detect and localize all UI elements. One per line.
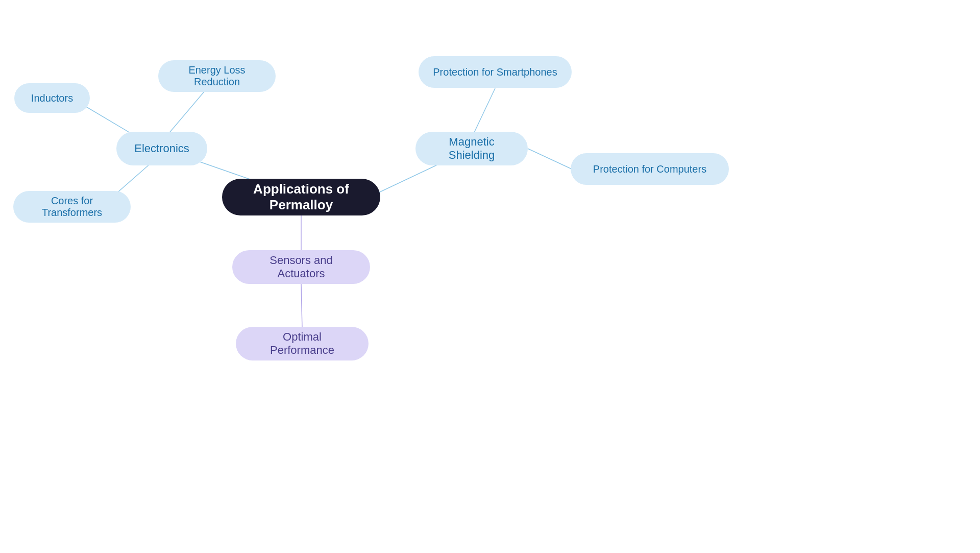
sensors-node: Sensors and Actuators — [232, 250, 370, 284]
smartphones-node: Protection for Smartphones — [419, 56, 572, 88]
electronics-node: Electronics — [116, 132, 207, 165]
inductors-node: Inductors — [14, 83, 90, 113]
optimal-node: Optimal Performance — [236, 327, 369, 360]
svg-line-6 — [528, 149, 572, 169]
energy-node: Energy Loss Reduction — [158, 60, 276, 92]
computers-node: Protection for Computers — [571, 153, 729, 185]
center-node: Applications of Permalloy — [222, 179, 380, 215]
svg-line-5 — [472, 88, 495, 138]
svg-line-8 — [301, 284, 302, 328]
magnetic-node: Magnetic Shielding — [415, 132, 528, 165]
cores-node: Cores for Transformers — [13, 191, 131, 223]
